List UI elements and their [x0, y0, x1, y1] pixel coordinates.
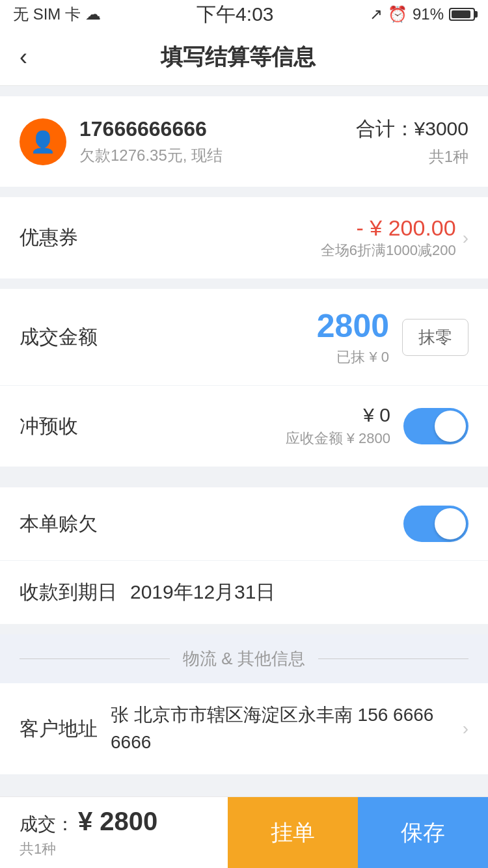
round-zero-button[interactable]: 抹零 — [402, 319, 468, 356]
deal-right: 2800 已抹 ¥ 0 抹零 — [317, 307, 468, 367]
due-date-label: 收款到期日 — [20, 579, 117, 606]
coupon-chevron-icon: › — [463, 228, 468, 249]
precharge-amount-wrap: ¥ 0 应收金额 ¥ 2800 — [286, 404, 390, 448]
coupon-right: - ¥ 200.00 全场6折满1000减200 › — [321, 215, 468, 260]
logistics-line-left — [20, 658, 170, 659]
precharge-row: 冲预收 ¥ 0 应收金额 ¥ 2800 — [0, 386, 488, 467]
hang-button-label: 挂单 — [271, 818, 315, 848]
debt-label: 本单赊欠 — [20, 511, 98, 537]
logistics-header: 物流 & 其他信息 — [0, 634, 488, 683]
page-title: 填写结算等信息 — [40, 42, 436, 72]
sim-text: 无 SIM 卡 ☁ — [13, 4, 101, 25]
bottom-count: 共1种 — [20, 839, 208, 859]
status-left: 无 SIM 卡 ☁ — [13, 4, 101, 25]
section-divider-2 — [0, 467, 488, 477]
address-chevron-icon: › — [463, 718, 468, 739]
precharge-amount: ¥ 0 — [286, 404, 390, 426]
alarm-icon: ⏰ — [388, 5, 407, 23]
user-card: 👤 17666666666 欠款1276.35元, 现结 合计：¥3000 共1… — [0, 96, 488, 187]
avatar-icon: 👤 — [30, 129, 56, 154]
battery-icon — [449, 8, 475, 21]
user-info: 17666666666 欠款1276.35元, 现结 — [79, 117, 356, 166]
save-button[interactable]: 保存 — [358, 797, 488, 868]
nav-bar: ‹ 填写结算等信息 — [0, 29, 488, 86]
deal-amount-row: 成交金额 2800 已抹 ¥ 0 抹零 — [0, 289, 488, 386]
due-date-row: 收款到期日 2019年12月31日 — [0, 560, 488, 624]
deal-amount-label: 成交金额 — [20, 324, 98, 351]
deal-amount-info: 2800 已抹 ¥ 0 — [317, 307, 389, 367]
user-phone: 17666666666 — [79, 117, 356, 141]
precharge-label: 冲预收 — [20, 413, 78, 440]
avatar: 👤 — [20, 118, 66, 165]
bottom-summary: 成交： ¥ 2800 共1种 — [0, 807, 228, 859]
coupon-info: - ¥ 200.00 全场6折满1000减200 — [321, 215, 456, 260]
user-total: 合计：¥3000 共1种 — [356, 116, 468, 167]
bottom-bar: 成交： ¥ 2800 共1种 挂单 保存 — [0, 796, 488, 868]
coupon-label: 优惠券 — [20, 224, 78, 251]
bottom-amount: ¥ 2800 — [78, 807, 157, 836]
battery-text: 91% — [413, 5, 444, 23]
user-debt: 欠款1276.35元, 现结 — [79, 145, 356, 166]
coupon-row[interactable]: 优惠券 - ¥ 200.00 全场6折满1000减200 › — [0, 197, 488, 278]
address-content: 张 北京市市辖区海淀区永丰南 156 6666 6666 — [111, 701, 463, 756]
address-chevron-wrap: › — [463, 718, 468, 739]
deal-amount-sub: 已抹 ¥ 0 — [317, 347, 389, 367]
precharge-sub: 应收金额 ¥ 2800 — [286, 429, 390, 448]
deal-amount-value: 2800 — [317, 307, 389, 345]
debt-toggle[interactable] — [403, 506, 468, 542]
status-bar: 无 SIM 卡 ☁ 下午4:03 ↗ ⏰ 91% — [0, 0, 488, 29]
total-count: 共1种 — [356, 146, 468, 167]
bottom-deal-label: 成交： — [20, 812, 74, 837]
status-right: ↗ ⏰ 91% — [370, 5, 475, 23]
address-row[interactable]: 客户地址 张 北京市市辖区海淀区永丰南 156 6666 6666 › — [0, 683, 488, 774]
logistics-title: 物流 & 其他信息 — [170, 647, 318, 670]
form-section-1: 成交金额 2800 已抹 ¥ 0 抹零 冲预收 ¥ 0 应收金额 ¥ 2800 — [0, 289, 488, 467]
section-divider-1 — [0, 278, 488, 289]
back-button[interactable]: ‹ — [20, 44, 27, 71]
debt-row: 本单赊欠 — [0, 487, 488, 560]
save-button-label: 保存 — [401, 818, 445, 848]
address-label: 客户地址 — [20, 716, 98, 742]
logistics-line-right — [318, 658, 468, 659]
bottom-deal-row: 成交： ¥ 2800 — [20, 807, 208, 837]
coupon-discount: - ¥ 200.00 — [321, 215, 456, 241]
precharge-toggle[interactable] — [403, 408, 468, 444]
location-icon: ↗ — [370, 5, 383, 23]
precharge-right: ¥ 0 应收金额 ¥ 2800 — [286, 404, 468, 448]
status-time: 下午4:03 — [197, 1, 273, 28]
hang-button[interactable]: 挂单 — [228, 797, 358, 868]
total-amount: 合计：¥3000 — [356, 116, 468, 142]
coupon-desc: 全场6折满1000减200 — [321, 241, 456, 260]
due-date-value: 2019年12月31日 — [130, 579, 275, 606]
